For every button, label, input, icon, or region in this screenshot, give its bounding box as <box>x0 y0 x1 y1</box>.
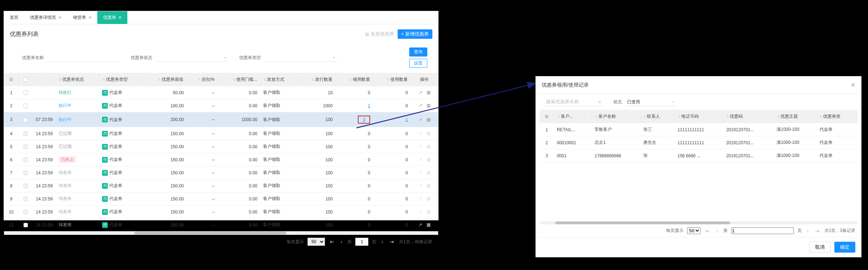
table-row[interactable]: 6 14 23:59 已终止 代代金券 150.00 -- 0.00 客户领取 … <box>4 153 438 166</box>
table-row[interactable]: 11 14 23:59 待发布 代代金券 150.00 -- 0.00 客户领取… <box>4 219 438 232</box>
gear-icon[interactable]: ⚙ <box>9 77 13 82</box>
customer-no: RETAIL... <box>554 123 592 136</box>
row-index: 4 <box>4 127 18 140</box>
tab-优惠券详情页[interactable]: 优惠券详情页✕ <box>24 11 67 24</box>
qr-icon[interactable]: ▦ <box>426 117 431 122</box>
qr-icon[interactable]: ▦ <box>426 90 431 95</box>
m-page-input[interactable] <box>731 227 794 234</box>
qr-icon[interactable]: ▦ <box>426 103 431 108</box>
claim-count-link[interactable]: 3 <box>363 117 365 122</box>
table-row[interactable]: 4 14 23:59 已过期 代代金券 150.00 -- 0.00 客户领取 … <box>4 127 438 140</box>
sort-icon[interactable]: ⇅ <box>777 115 780 119</box>
close-icon[interactable]: ✕ <box>58 15 62 20</box>
modal-status-select[interactable]: 已使用 ⌄ <box>626 97 676 106</box>
horizontal-scrollbar[interactable] <box>4 232 438 234</box>
sort-icon[interactable]: ⇅ <box>643 115 646 119</box>
sort-icon[interactable]: ⇅ <box>198 78 201 82</box>
tab-首页[interactable]: 首页 <box>4 11 24 24</box>
gear-icon[interactable]: ⚙ <box>545 114 549 119</box>
m-last-page-button[interactable]: ⇥ <box>814 228 821 234</box>
method: 客户领取 <box>260 127 298 140</box>
sort-icon[interactable]: ⇅ <box>726 115 729 119</box>
table-row[interactable]: 1 待执行 代代金券 50.00 -- 0.00 客户领取 10 0 0 ↗ ▦ <box>4 86 438 99</box>
modal-horizontal-scrollbar[interactable] <box>539 221 858 224</box>
close-icon[interactable]: ✕ <box>851 82 855 88</box>
filter-name-input[interactable] <box>47 53 120 62</box>
sort-icon[interactable]: ⇅ <box>59 78 62 82</box>
sort-icon[interactable]: ⇅ <box>387 78 390 82</box>
subject: 满1000-100 <box>774 123 816 136</box>
threshold: 0.00 <box>217 219 260 232</box>
table-row[interactable]: 10 14 23:59 待发布 代代金券 150.00 -- 0.00 客户领取… <box>4 205 438 219</box>
sort-icon[interactable]: ⇅ <box>595 115 598 119</box>
sort-icon[interactable]: ⇅ <box>820 115 822 119</box>
last-page-button[interactable]: ⇥ <box>388 239 395 245</box>
contact: 张 <box>640 149 675 162</box>
search-button[interactable]: 查询 <box>409 47 427 57</box>
cancel-button[interactable]: 取消 <box>809 242 831 253</box>
table-row[interactable]: 3 0001 17666666666 张 156 6666 ... 201912… <box>539 149 858 162</box>
open-icon[interactable]: ↗ <box>418 103 423 108</box>
sort-icon[interactable]: ⇅ <box>233 78 236 82</box>
sort-icon[interactable]: ⇅ <box>349 78 352 82</box>
table-row[interactable]: 5 14 23:59 已过期 代代金券 150.00 -- 0.00 客户领取 … <box>4 140 438 153</box>
m-first-page-button[interactable]: ⇤ <box>704 228 711 234</box>
tab-优惠券[interactable]: 优惠券✕ <box>97 11 127 24</box>
open-icon[interactable]: ↗ <box>418 90 423 95</box>
table-row[interactable]: 3 07 23:59 执行中 代代金券 200.00 -- 1000.00 客户… <box>4 112 438 127</box>
prev-page-button[interactable]: ‹ <box>339 239 344 245</box>
distribute-coupon-button[interactable]: ⊞ 发放优惠券 <box>365 29 394 39</box>
mcol-contact: 联系人 <box>647 114 660 119</box>
ok-button[interactable]: 确定 <box>834 242 855 253</box>
method: 客户领取 <box>260 166 298 179</box>
qr-icon: ▦ <box>426 196 431 202</box>
col-use: 使用数量 <box>390 77 408 82</box>
sort-icon[interactable]: ⇅ <box>102 78 105 82</box>
first-page-button[interactable]: ⇤ <box>329 239 336 245</box>
select-all-checkbox[interactable] <box>24 78 28 82</box>
page-input[interactable] <box>355 238 368 246</box>
sort-icon[interactable]: ⇅ <box>312 78 314 82</box>
sort-icon[interactable]: ⇅ <box>678 115 681 119</box>
contact: 唐先生 <box>640 136 675 149</box>
settings-button[interactable]: 设置 <box>409 59 427 68</box>
tab-销货单[interactable]: 销货单✕ <box>67 11 97 24</box>
row-checkbox <box>24 223 28 227</box>
next-page-button[interactable]: › <box>380 239 385 245</box>
face-value: 150.00 <box>143 192 187 205</box>
m-per-page-select[interactable]: 50 <box>687 227 700 234</box>
per-page-select[interactable]: 50 <box>308 238 325 246</box>
table-row[interactable]: 2 执行中 代代金券 100.00 -- 0.00 客户领取 1000 1 0 … <box>4 99 438 112</box>
scrollbar-thumb[interactable] <box>555 221 730 224</box>
table-row[interactable]: 7 14 23:59 待发布 代代金券 150.00 -- 0.00 客户领取 … <box>4 166 438 179</box>
open-icon: ↗ <box>418 196 423 202</box>
table-row[interactable]: 2 00010001 北京1 唐先生 11111111111 201912070… <box>539 136 858 149</box>
row-checkbox[interactable] <box>24 118 28 122</box>
filter-type-select[interactable]: ⌄ <box>264 53 337 62</box>
search-input[interactable] <box>545 97 602 106</box>
table-row[interactable]: 1 RETAIL... 零散客户 张三 11111111111 20191207… <box>539 123 858 136</box>
add-coupon-button[interactable]: 新增优惠券 <box>398 29 433 39</box>
m-prev-page-button[interactable]: ‹ <box>715 228 720 234</box>
title-row: 优惠券列表 ⊞ 发放优惠券 新增优惠券 <box>4 24 438 44</box>
coupon-table: ⚙ ⇅优惠券状态 ⇅优惠券类型 ⇅优惠券面值 ⇅折扣% ⇅使用门槛... ⇅发放… <box>4 73 438 232</box>
open-icon: ↗ <box>418 209 423 215</box>
row-checkbox[interactable] <box>24 91 28 95</box>
claim-count-link[interactable]: 1 <box>368 103 371 108</box>
close-icon[interactable]: ✕ <box>88 15 92 20</box>
filter-status-select[interactable]: ⌄ <box>156 53 228 62</box>
table-row[interactable]: 8 14 23:59 待发布 代代金券 150.00 -- 0.00 客户领取 … <box>4 179 438 192</box>
sort-icon[interactable]: ⇅ <box>158 78 161 82</box>
scrollbar-thumb[interactable] <box>134 232 286 234</box>
search-icon[interactable]: ⌕ <box>598 99 601 104</box>
sort-icon[interactable]: ⇅ <box>263 78 266 82</box>
table-row[interactable]: 9 14 23:59 待发布 代代金券 150.00 -- 0.00 客户领取 … <box>4 192 438 205</box>
qr-icon: ▦ <box>426 170 431 175</box>
close-icon[interactable]: ✕ <box>118 15 122 20</box>
mcol-no: 客户... <box>561 114 573 119</box>
sort-icon[interactable]: ⇅ <box>557 115 560 119</box>
row-checkbox[interactable] <box>24 104 28 108</box>
use-count-link[interactable]: 1 <box>406 117 408 122</box>
m-next-page-button[interactable]: › <box>805 228 810 234</box>
open-icon[interactable]: ↗ <box>418 117 423 122</box>
